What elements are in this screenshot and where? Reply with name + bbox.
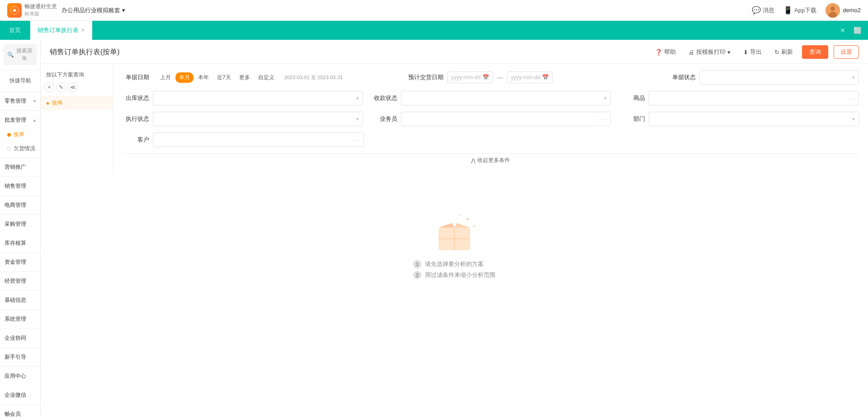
user-info[interactable]: demo2 — [826, 3, 861, 18]
date-range-display: 2023-03-01 至 2023-03-31 — [284, 74, 343, 81]
sidebar-item-quick-nav[interactable]: 快捷导航 — [3, 73, 38, 88]
sidebar-item-system[interactable]: 系统管理 — [0, 312, 40, 327]
query-button[interactable]: 查询 — [802, 45, 828, 59]
sidebar-item-enterprise-wechat[interactable]: 企业微信 — [0, 388, 40, 403]
sidebar-section-system: 系统管理 — [0, 310, 40, 329]
sidebar-item-business[interactable]: 经营管理 — [0, 274, 40, 289]
export-button[interactable]: ⬇ 导出 — [740, 46, 765, 58]
svg-text:✦: ✦ — [466, 217, 469, 222]
system-label: 系统管理 — [5, 315, 26, 323]
minimize-button[interactable]: ✕ — [837, 25, 848, 36]
tab-sales-order-label: 销售订单执行表 — [38, 26, 79, 34]
finance-label: 资金管理 — [5, 258, 26, 266]
help-button[interactable]: ❓ 帮助 — [651, 46, 679, 58]
maximize-button[interactable]: ⬜ — [852, 25, 863, 36]
plan-label: 按以下方案查询 — [46, 71, 84, 79]
department-control[interactable]: ▾ — [649, 112, 859, 126]
add-plan-button[interactable]: + — [44, 82, 54, 92]
sidebar-section-inventory: 库存核算 — [0, 234, 40, 253]
empty-steps: 1 请先选择要分析的方案 2 用过滤条件来缩小分析范围 — [413, 260, 495, 279]
exec-status-control[interactable]: ▾ — [153, 112, 363, 126]
sidebar-item-member[interactable]: 畅会员 — [0, 407, 40, 418]
date-tab-last-month[interactable]: 上月 — [156, 72, 175, 83]
out-status-chevron-icon: ▾ — [356, 95, 359, 101]
top-header: 畅捷通好生意 标准版 办公用品行业模拟账套 ▾ 💬 消息 📱 App下载 — [0, 0, 868, 21]
tab-close-icon[interactable]: × — [81, 28, 85, 33]
date-tab-more[interactable]: 更多 — [236, 72, 254, 83]
backorder-label: 欠货情况 — [14, 145, 35, 152]
sidebar-item-cooperation[interactable]: 企业协同 — [0, 331, 40, 346]
edit-plan-button[interactable]: ✎ — [56, 82, 66, 92]
query-label: 查询 — [809, 48, 821, 56]
print-arrow: ▾ — [727, 49, 731, 56]
date-tab-7days[interactable]: 近7天 — [213, 72, 235, 83]
sidebar-item-marketing[interactable]: 营销推广 — [0, 160, 40, 175]
filter-sidebar: 按以下方案查询 + ✎ ≪ ● 按单 — [41, 64, 113, 173]
expected-date-from-placeholder: yyyy-mm-dd — [451, 74, 481, 81]
date-tab-this-year[interactable]: 本年 — [194, 72, 212, 83]
sales-label: 销售管理 — [5, 182, 26, 190]
empty-step-2: 2 用过滤条件来缩小分析范围 — [413, 271, 495, 279]
sidebar-section-sales: 销售管理 — [0, 177, 40, 196]
payment-status-control[interactable]: ▾ — [401, 91, 611, 105]
sidebar-item-backorder[interactable]: 欠货情况 — [0, 142, 40, 156]
sidebar-item-finance[interactable]: 资金管理 — [0, 255, 40, 270]
date-tab-custom[interactable]: 自定义 — [255, 72, 278, 83]
sidebar-item-basic-info[interactable]: 基础信息 — [0, 293, 40, 308]
doc-status-control[interactable]: ▾ — [699, 70, 859, 85]
salesperson-control[interactable]: ··· — [401, 112, 611, 126]
message-button[interactable]: 💬 消息 — [752, 6, 774, 14]
basic-info-label: 基础信息 — [5, 296, 26, 304]
app-selector-arrow: ▾ — [122, 7, 125, 14]
collapse-button[interactable]: ⋀ 收起更多条件 — [122, 153, 859, 167]
sidebar-item-order[interactable]: 按单 — [0, 128, 40, 142]
avatar — [826, 3, 840, 18]
app-selector[interactable]: 办公用品行业模拟账套 ▾ — [61, 6, 125, 14]
filter-field-department: 部门 ▾ — [618, 112, 859, 126]
sidebar-section-retail-header[interactable]: 零售管理 ▾ — [0, 94, 40, 109]
sidebar-item-purchase[interactable]: 采购管理 — [0, 217, 40, 232]
expected-date-from-input[interactable]: yyyy-mm-dd 📅 — [447, 71, 493, 83]
help-label: 帮助 — [664, 48, 676, 56]
tab-sales-order[interactable]: 销售订单执行表 × — [30, 21, 92, 40]
order-label: 按单 — [14, 131, 24, 138]
collapse-plan-button[interactable]: ≪ — [68, 82, 78, 92]
exec-status-label: 执行状态 — [122, 115, 149, 123]
enterprise-wechat-label: 企业微信 — [5, 391, 26, 399]
customer-control[interactable]: ··· — [153, 133, 364, 147]
filter-main: 单据日期 上月 本月 本年 近7天 更多 自定义 2023-03-01 — [113, 64, 868, 173]
out-status-control[interactable]: ▾ — [153, 91, 363, 105]
expected-date-to-placeholder: yyyy-mm-dd — [511, 74, 540, 81]
refresh-button[interactable]: ↻ 刷新 — [771, 46, 797, 58]
empty-illustration: ✦ ✦ ✦ — [427, 209, 481, 255]
plan-item-order[interactable]: ● 按单 — [41, 96, 113, 110]
cooperation-label: 企业协同 — [5, 334, 26, 342]
settings-button[interactable]: 设置 — [834, 45, 859, 59]
logo-subtext: 标准版 — [24, 10, 57, 17]
date-tab-this-month[interactable]: 本月 — [175, 72, 193, 83]
goods-control[interactable]: ··· — [649, 91, 859, 105]
search-menu-button[interactable]: 🔍 搜索菜单 — [4, 44, 37, 65]
sidebar-section-cooperation: 企业协同 — [0, 329, 40, 348]
expected-date-to-input[interactable]: yyyy-mm-dd 📅 — [507, 71, 553, 83]
app-download-button[interactable]: 📱 App下载 — [783, 6, 816, 14]
print-button[interactable]: 🖨 按模板打印 ▾ — [685, 46, 734, 58]
sidebar-item-guide[interactable]: 新手引导 — [0, 350, 40, 365]
help-icon: ❓ — [655, 49, 662, 56]
sidebar-item-appstore[interactable]: 应用中心 — [0, 369, 40, 384]
refresh-label: 刷新 — [781, 48, 793, 56]
inventory-label: 库存核算 — [5, 239, 26, 247]
tab-home[interactable]: 首页 — [0, 21, 30, 40]
sidebar-item-inventory[interactable]: 库存核算 — [0, 236, 40, 251]
message-icon: 💬 — [752, 6, 761, 14]
sidebar-item-sales[interactable]: 销售管理 — [0, 179, 40, 194]
exec-status-chevron-icon: ▾ — [356, 116, 359, 122]
filter-field-payment-status: 收款状态 ▾ — [370, 91, 611, 105]
calendar-to-icon: 📅 — [542, 74, 549, 81]
minimize-icon: ✕ — [840, 27, 845, 34]
sidebar-item-ecommerce[interactable]: 电商管理 — [0, 198, 40, 213]
sidebar-section-wholesale-header[interactable]: 批发管理 ▴ — [0, 113, 40, 128]
sidebar-section-purchase: 采购管理 — [0, 215, 40, 234]
svg-text:✦: ✦ — [459, 214, 462, 217]
goods-label: 商品 — [618, 94, 645, 102]
